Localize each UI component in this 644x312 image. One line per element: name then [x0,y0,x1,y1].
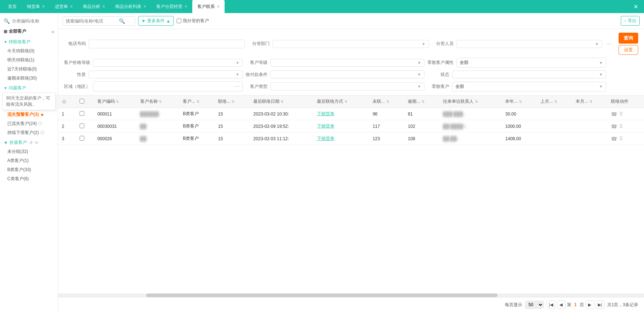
filter-search-icon[interactable]: 🔍 [119,18,125,24]
contact-person-1: ██ ████3... [443,124,469,129]
sidebar-search-input[interactable] [12,19,54,24]
col-code[interactable]: 客户编码 ⇅ [94,96,137,108]
more-action-icon-2[interactable]: ⠿ [619,136,623,142]
sidebar-item-declining[interactable]: 持续下滑客户(2) ⓘ [0,128,58,137]
tab-home[interactable]: 首页 [3,0,22,13]
next-page-btn[interactable]: ▶ [585,300,594,309]
td-check [76,120,94,133]
col-contact[interactable]: 联络... ⇅ [214,96,250,108]
select-all-checkbox[interactable] [80,99,84,104]
adv-select-dept[interactable]: ▼ [273,40,429,48]
col-last-date[interactable]: 最后联络日期 ⇅ [250,96,313,108]
prev-page-btn[interactable]: ◀ [557,300,565,309]
sidebar-item-b-class[interactable]: B类客户(33) [0,165,58,174]
settings-btn[interactable]: 设置 [619,45,638,55]
adv-select-price-grade[interactable]: ▼ [93,59,243,67]
row-checkbox-0[interactable] [80,111,84,116]
sidebar-item-today[interactable]: 今天待联络(0) [0,46,58,56]
adv-select-customer-grade[interactable]: ▼ [270,59,424,67]
col-type[interactable]: 客户... ⇅ [179,96,214,108]
adv-label-retail-customer: 零散客户 [427,84,449,90]
col-gear[interactable]: ⚙ [58,96,76,108]
my-customer-checkbox-wrap[interactable]: 我分管的客户 [177,18,209,24]
adv-select-person[interactable]: ▼ [456,40,602,48]
row-checkbox-1[interactable] [80,123,84,128]
adv-select-region[interactable]: ··· [93,81,243,92]
tab-purchase-close[interactable]: × [70,4,73,9]
sidebar-group-problem[interactable]: ▼ 问题客户 [0,83,58,93]
adv-select-retail-customer[interactable]: 全部 ▼ [452,82,606,92]
sidebar-item-churn-warning[interactable]: 流失预警客户(3) [0,110,58,119]
sidebar-item-a-class[interactable]: A类客户(1) [0,156,58,165]
sidebar-item-ungrouped[interactable]: 未分组(32) [0,147,58,156]
col-name[interactable]: 客户名称 ⇅ [137,96,180,108]
scrollbar-thumb[interactable] [146,293,498,297]
sidebar-item-churned[interactable]: 已流失客户(24) ⓘ [0,119,58,128]
my-customer-checkbox[interactable] [177,19,181,23]
adv-select-customer-type[interactable]: ▼ [270,82,424,90]
last-way-link-1[interactable]: 下销货单 [317,123,334,129]
sort-icon-year: ⇅ [519,100,522,104]
adv-more-btn-1[interactable]: ··· [605,41,613,47]
last-page-btn[interactable]: ▶| [596,300,604,309]
adv-select-payment[interactable]: ▼ [270,70,424,78]
col-no-contact[interactable]: 未联... ⇅ [369,96,404,108]
edit-icon[interactable]: ✏ [35,140,39,145]
per-page-select[interactable]: 50 100 [525,301,544,309]
tab-purchase[interactable]: 进货单 × [50,0,78,13]
tab-analysis[interactable]: 商品分析 × [78,0,110,13]
last-way-link-0[interactable]: 下销货单 [317,111,334,116]
more-action-icon-1[interactable]: ⠿ [619,123,623,129]
sidebar-group-value[interactable]: ▼ 价值客户 ↺ ✏ [0,137,58,147]
tab-analysis-list[interactable]: 商品分析列表 × [110,0,151,13]
tab-customer-tier-close[interactable]: × [185,4,187,9]
horizontal-scrollbar[interactable] [58,293,644,297]
last-way-link-2[interactable]: 下销货单 [317,136,334,141]
close-all-icon[interactable]: ✕ [631,3,641,10]
col-contact-person[interactable]: 往来单位联系人 ⇅ [439,96,502,108]
tab-sales[interactable]: 销货单 × [22,0,50,13]
tab-customer-contact[interactable]: 客户联系 × [192,0,225,13]
td-actions: ☎ ⠿ [607,108,644,120]
sidebar-all-customers[interactable]: ⊞ 全部客户 « [0,26,58,37]
td-last-month [537,120,572,133]
col-this-month[interactable]: 本月... ⇅ [572,96,607,108]
phone-action-icon-2[interactable]: ☎ [611,136,617,142]
tab-customer-tier[interactable]: 客户分层经营 × [151,0,192,13]
tab-analysis-close[interactable]: × [102,4,105,9]
sidebar-item-7days[interactable]: 近7天待联络(0) [0,65,58,74]
adv-field-nature: 性质 ▼ [64,70,243,78]
phone-action-icon-0[interactable]: ☎ [611,111,617,117]
refresh-icon[interactable]: ↺ [29,140,33,145]
sidebar-item-c-class-label: C类客户(6) [7,176,29,182]
filter-search-input[interactable] [66,19,117,24]
chevron-down-icon7: ▼ [417,72,421,77]
more-action-icon-0[interactable]: ⠿ [619,111,623,117]
sidebar-item-overdue[interactable]: 逾期未联络(30) [0,74,58,83]
query-btn[interactable]: 查询 [619,33,638,44]
row-checkbox-2[interactable] [80,136,84,141]
col-last-way[interactable]: 最后联络方式 ⇅ [313,96,369,108]
col-last-month[interactable]: 上月... ⇅ [537,96,572,108]
more-dots-icon: ··· [235,83,240,90]
sort-icon-name: ⇅ [159,100,162,104]
adv-select-nature[interactable]: ▼ [89,70,243,78]
export-btn[interactable]: ↑ 导出 [621,16,640,26]
sidebar-collapse-icon[interactable]: « [51,29,54,35]
gear-icon[interactable]: ⚙ [62,99,67,105]
phone-action-icon-1[interactable]: ☎ [611,123,617,129]
filter-more-btn[interactable]: ▼ 更多条件 ▲ [138,16,174,26]
tab-sales-close[interactable]: × [42,4,45,9]
adv-input-phone[interactable] [89,40,245,48]
tab-customer-contact-close[interactable]: × [217,4,220,9]
sidebar-item-c-class[interactable]: C类客户(6) [0,174,58,183]
col-this-year[interactable]: 本年... ⇅ [502,96,537,108]
chevron-down-icon4: ▼ [417,61,421,65]
sidebar-group-pending[interactable]: ▼ 待联络客户 [0,37,58,46]
col-overdue[interactable]: 逾期... ⇅ [404,96,439,108]
first-page-btn[interactable]: |◀ [547,300,555,309]
adv-select-retail-attr[interactable]: 全部 ▼ [456,58,606,68]
tab-analysis-list-close[interactable]: × [144,4,146,9]
adv-select-status[interactable]: ▼ [452,70,606,78]
sidebar-item-tomorrow[interactable]: 明天待联络(1) [0,56,58,65]
